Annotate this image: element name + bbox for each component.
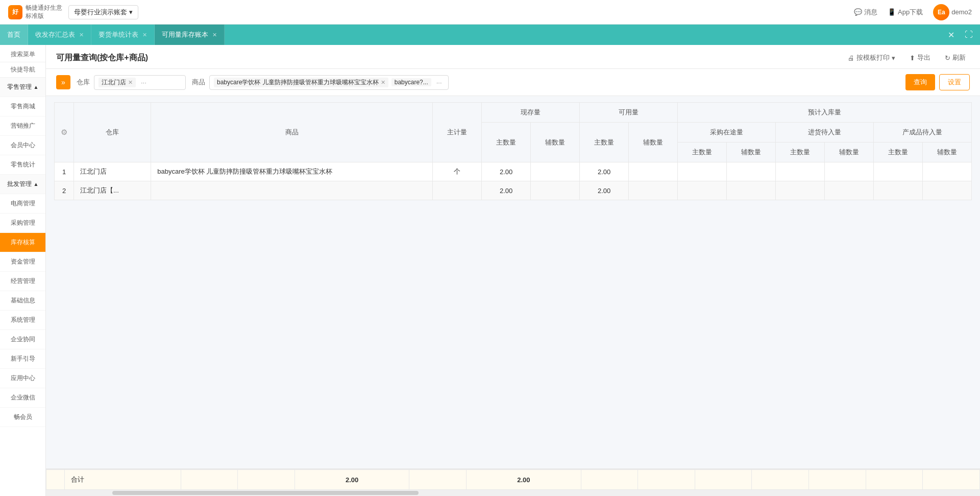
col-incoming-aux: 辅数量	[824, 143, 873, 162]
footer-available-aux	[581, 470, 638, 490]
col-product-incoming-header: 产成品待入量	[873, 123, 971, 143]
table-area[interactable]: ⚙ 仓库 商品 主计量 现存量 可用量 预计入库量 主数量 辅数量 主数量 辅数…	[46, 96, 980, 468]
page-actions: 🖨 按模板打印 ▾ ⬆ 导出 ↻ 刷新	[844, 51, 970, 64]
warehouse-input[interactable]: 江北门店 ✕ ···	[94, 75, 186, 90]
sidebar-item-member-center[interactable]: 会员中心	[0, 136, 45, 155]
tab-close-icon[interactable]: ✕	[142, 32, 147, 38]
footer-empty-1	[46, 470, 65, 490]
top-bar-right: 💬 消息 📱 App下载 Ea demo2	[854, 4, 972, 20]
row-current-main: 2.00	[482, 162, 531, 181]
footer-row: 合计 2.00 2.00	[46, 470, 980, 490]
sidebar-item-wholesale[interactable]: 批发管理 ▲	[0, 175, 45, 194]
col-available-main: 主数量	[580, 123, 629, 162]
settings-button[interactable]: 设置	[939, 74, 970, 90]
query-button[interactable]: 查询	[905, 74, 935, 90]
row-index: 2	[55, 181, 74, 200]
sidebar-item-inventory[interactable]: 库存核算	[0, 233, 45, 252]
product-label: 商品	[192, 78, 205, 87]
sidebar-item-purchase[interactable]: 采购管理	[0, 214, 45, 233]
expand-icon: ▲	[34, 84, 39, 90]
sidebar-item-operations[interactable]: 经营管理	[0, 272, 45, 291]
sidebar-item-wechat[interactable]: 企业微信	[0, 388, 45, 408]
sidebar-item-marketing[interactable]: 营销推广	[0, 116, 45, 136]
industry-selector[interactable]: 母婴行业演示账套 ▾	[68, 5, 138, 19]
warehouse-label: 仓库	[77, 78, 90, 87]
tab-close-all-icon[interactable]: ✕	[945, 29, 958, 41]
sidebar-item-retail-stats[interactable]: 零售统计	[0, 155, 45, 175]
chevron-down-icon: ▾	[129, 8, 133, 16]
filter-expand-button[interactable]: »	[56, 75, 70, 89]
sidebar-item-retail-management[interactable]: 零售管理 ▲	[0, 78, 45, 97]
footer-p3	[752, 470, 809, 490]
row-product-incoming-main	[873, 162, 922, 181]
more-options-icon[interactable]: ···	[434, 79, 444, 86]
col-product-incoming-main: 主数量	[873, 143, 922, 162]
row-warehouse: 江北门店	[74, 162, 151, 181]
row-purchase-main	[678, 162, 727, 181]
sidebar-item-ecommerce[interactable]: 电商管理	[0, 194, 45, 214]
sidebar-item-system[interactable]: 系统管理	[0, 311, 45, 330]
sidebar-item-new-guide[interactable]: 新手引导	[0, 349, 45, 369]
top-bar-left: 好 畅捷通好生意 标准版 母婴行业演示账套 ▾	[8, 4, 138, 20]
table-row: 1 江北门店 babycare学饮杯 儿童防摔防撞吸管杯重力球吸嘴杯宝宝水杯 个…	[55, 162, 972, 181]
tab-available-stock[interactable]: 可用量库存账本 ✕	[155, 25, 225, 45]
col-purchase-aux: 辅数量	[727, 143, 776, 162]
row-current-aux	[531, 181, 580, 200]
col-warehouse-header: 仓库	[74, 103, 151, 162]
row-product-incoming-aux	[922, 162, 971, 181]
row-product-incoming-main	[873, 181, 922, 200]
sidebar-search[interactable]: 搜索菜单	[0, 45, 45, 62]
sidebar-item-finance[interactable]: 资金管理	[0, 252, 45, 272]
scrollbar-thumb[interactable]	[112, 491, 419, 495]
app-download-icon: 📱	[888, 8, 896, 16]
message-action[interactable]: 💬 消息	[854, 8, 877, 17]
product-input[interactable]: babycare学饮杯 儿童防摔防撞吸管杯重力球吸嘴杯宝宝水杯 ✕ babyca…	[209, 75, 449, 90]
content-area: 可用量查询(按仓库+商品) 🖨 按模板打印 ▾ ⬆ 导出 ↻ 刷新	[46, 45, 980, 496]
sidebar-item-retail-mall[interactable]: 零售商城	[0, 97, 45, 116]
horizontal-scrollbar[interactable]	[46, 490, 980, 496]
row-available-main: 2.00	[580, 162, 629, 181]
data-table: ⚙ 仓库 商品 主计量 现存量 可用量 预计入库量 主数量 辅数量 主数量 辅数…	[54, 102, 972, 200]
print-button[interactable]: 🖨 按模板打印 ▾	[844, 51, 899, 64]
tab-receive-summary[interactable]: 收发存汇总表 ✕	[28, 25, 91, 45]
sidebar-section: 零售管理 ▲ 零售商城 营销推广 会员中心 零售统计 批发管理 ▲ 电商管理	[0, 78, 45, 427]
sidebar-item-app-center[interactable]: 应用中心	[0, 369, 45, 388]
tag-delete-icon[interactable]: ✕	[128, 79, 133, 86]
logo: 好 畅捷通好生意 标准版	[8, 4, 62, 20]
col-product-header: 商品	[151, 103, 433, 162]
more-options-icon[interactable]: ···	[139, 79, 149, 86]
row-purchase-aux	[727, 181, 776, 200]
col-forecast-header: 预计入库量	[678, 103, 972, 123]
product-tag-1: babycare学饮杯 儿童防摔防撞吸管杯重力球吸嘴杯宝宝水杯 ✕	[214, 78, 388, 87]
warehouse-tag: 江北门店 ✕	[99, 78, 136, 87]
tab-order-stats[interactable]: 要货单统计表 ✕	[91, 25, 155, 45]
export-button[interactable]: ⬆ 导出	[905, 51, 935, 64]
product-filter-group: 商品 babycare学饮杯 儿童防摔防撞吸管杯重力球吸嘴杯宝宝水杯 ✕ bab…	[192, 75, 449, 90]
sidebar-item-member[interactable]: 畅会员	[0, 408, 45, 427]
tab-close-icon[interactable]: ✕	[79, 32, 84, 38]
footer-current-aux	[409, 470, 467, 490]
row-product-incoming-aux	[922, 181, 971, 200]
export-icon: ⬆	[910, 54, 915, 62]
row-purchase-main	[678, 181, 727, 200]
tab-close-icon[interactable]: ✕	[212, 32, 217, 38]
user-menu[interactable]: Ea demo2	[933, 4, 972, 20]
row-incoming-main	[776, 162, 825, 181]
page-title: 可用量查询(按仓库+商品)	[56, 53, 148, 63]
tab-home[interactable]: 首页	[0, 25, 28, 45]
col-unit-header: 主计量	[433, 103, 482, 162]
chevron-down-icon: ▾	[892, 54, 895, 62]
row-available-aux	[629, 162, 678, 181]
col-current-aux: 辅数量	[531, 123, 580, 162]
tab-maximize-icon[interactable]: ⛶	[962, 29, 976, 40]
row-product	[151, 181, 433, 200]
sidebar-quick-nav[interactable]: 快捷导航	[0, 62, 45, 78]
app-download-action[interactable]: 📱 App下载	[888, 8, 923, 17]
refresh-button[interactable]: ↻ 刷新	[941, 51, 970, 64]
sidebar-item-enterprise-collab[interactable]: 企业协同	[0, 330, 45, 349]
sidebar-item-basic-info[interactable]: 基础信息	[0, 291, 45, 311]
tag-delete-icon[interactable]: ✕	[381, 79, 385, 86]
nav-tabs-right: ✕ ⛶	[945, 25, 980, 45]
product-tag-2: babycare?...	[391, 78, 431, 86]
table-settings-icon[interactable]: ⚙	[61, 128, 67, 136]
